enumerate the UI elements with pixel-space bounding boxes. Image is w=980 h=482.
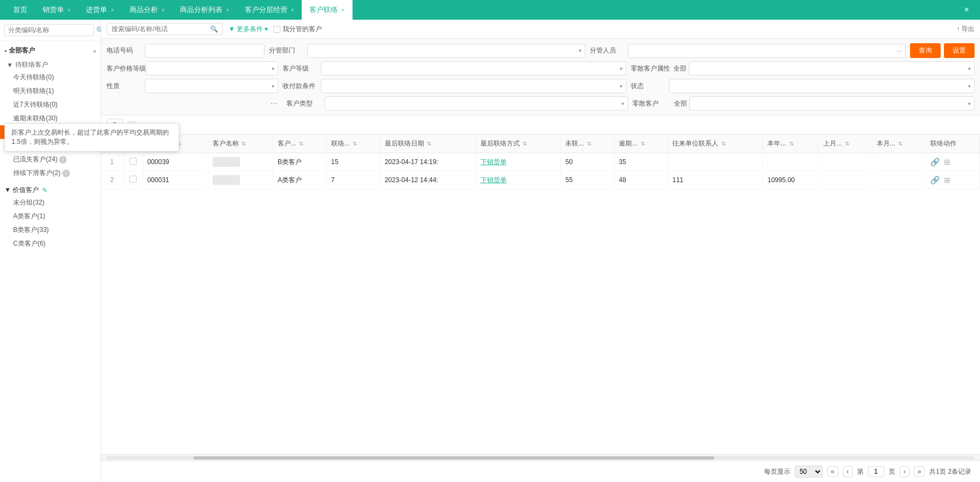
sidebar-search-input[interactable] <box>4 24 94 36</box>
col-header-name[interactable]: 客户名称 ⇅ <box>208 135 273 153</box>
export-button[interactable]: ↑ 导出 <box>956 25 975 34</box>
sidebar-all-customers[interactable]: ▪ 全部客户 « <box>0 43 101 58</box>
more-conditions-btn[interactable]: ▼ 更多条件 ▾ <box>228 25 268 34</box>
col-header-last-date[interactable]: 最后联络日期 ⇅ <box>380 135 476 153</box>
sidebar-section-value: ▼ 价值客户 ✎ <box>0 183 101 196</box>
close-sales-order-icon[interactable]: × <box>67 7 71 13</box>
search-box: 🔍 <box>107 23 223 35</box>
nav-sales-order[interactable]: 销货单 × <box>35 0 78 20</box>
table-row: 2 000031 A类客户 7 2023-04-12 14:44: 下销货单 5… <box>101 171 980 189</box>
info-icon-declining[interactable]: i <box>62 170 70 177</box>
search-input[interactable] <box>112 25 210 33</box>
first-page-button[interactable]: « <box>827 466 838 477</box>
sidebar-item-lost-customers[interactable]: 已流失客户(24) i <box>0 153 101 166</box>
scrollbar-track[interactable] <box>107 456 975 460</box>
nav-customer-tier[interactable]: 客户分层经营 × <box>237 0 302 20</box>
next-page-button[interactable]: › <box>900 466 909 477</box>
more-filter-btn[interactable]: ··· <box>270 98 277 108</box>
sidebar-section-pending[interactable]: ▼ 待联络客户 <box>0 58 101 71</box>
top-nav: 首页 销货单 × 进货单 × 商品分析 × 商品分析列表 × 客户分层经营 × … <box>0 0 980 20</box>
row2-num: 2 <box>101 171 123 189</box>
scatter-customer-select[interactable]: ▾ <box>689 96 975 111</box>
price-grade-select[interactable]: ▾ <box>146 61 278 76</box>
close-customer-contact-icon[interactable]: × <box>341 7 344 13</box>
page-label: 第 <box>857 467 864 477</box>
filter-row-2: 客户价格等级 ▾ 客户等级 ▾ 零散客户属性 全部 <box>107 61 975 76</box>
query-button[interactable]: 查询 <box>910 43 941 58</box>
page-number-input[interactable] <box>868 466 884 477</box>
sidebar-item-today-pending[interactable]: 今天待联络(0) <box>0 71 101 84</box>
collapse-icon[interactable]: « <box>93 48 96 54</box>
row2-action-grid-icon[interactable]: ⊞ <box>944 176 950 184</box>
close-purchase-order-icon[interactable]: × <box>110 7 114 13</box>
close-product-analysis-icon[interactable]: × <box>161 7 165 13</box>
scatter-attr-select[interactable]: ▾ <box>689 61 975 76</box>
main-layout: 🔍 ▪ 全部客户 « ▼ 待联络客户 今天待联络(0) 明天待联络(1) 近7天… <box>0 20 980 482</box>
data-table: 客户编码 ⇅ 客户名称 ⇅ 客户... ⇅ 联络... ⇅ 最后联络日期 ⇅ 最… <box>101 135 980 189</box>
scrollbar-thumb[interactable] <box>193 456 714 460</box>
sidebar-tree: ▪ 全部客户 « ▼ 待联络客户 今天待联络(0) 明天待联络(1) 近7天待联… <box>0 41 101 482</box>
sidebar-item-c-class[interactable]: C类客户(6) <box>0 237 101 251</box>
nav-purchase-order[interactable]: 进货单 × <box>78 0 121 20</box>
status-select[interactable]: ▾ <box>669 79 975 93</box>
expand-icon: ▪ <box>4 47 7 55</box>
pagination: 每页显示 50 20 100 « ‹ 第 页 › » 共1页 2条记录 <box>101 461 980 482</box>
row2-check[interactable] <box>123 171 143 189</box>
per-page-select[interactable]: 50 20 100 <box>795 466 823 478</box>
row2-action-link-icon[interactable]: 🔗 <box>930 176 940 184</box>
search-icon[interactable]: 🔍 <box>210 25 218 33</box>
dept-select[interactable]: ▾ <box>307 44 585 58</box>
close-product-analysis-list-icon[interactable]: × <box>226 7 229 13</box>
col-header-last-month[interactable]: 上月... ⇅ <box>819 135 872 153</box>
nav-home[interactable]: 首页 <box>5 0 35 20</box>
sort-not-linked-icon: ⇅ <box>587 141 591 147</box>
sidebar-item-ungroup[interactable]: 未分组(32) <box>0 196 101 210</box>
row1-action-grid-icon[interactable]: ⊞ <box>944 158 950 166</box>
payment-select[interactable]: ▾ <box>321 79 626 93</box>
col-header-type[interactable]: 客户... ⇅ <box>273 135 326 153</box>
horizontal-scrollbar[interactable] <box>101 454 980 461</box>
sidebar-item-a-class[interactable]: A类客户(1) <box>0 210 101 223</box>
setting-button[interactable]: 设置 <box>944 43 975 58</box>
my-customers-check[interactable] <box>273 26 280 33</box>
row1-actions: 🔗 ⊞ <box>926 153 980 171</box>
filter-icon: ▼ <box>228 25 235 33</box>
prev-page-button[interactable]: ‹ <box>843 466 853 477</box>
col-header-not-linked[interactable]: 未联... ⇅ <box>561 135 614 153</box>
row1-check[interactable] <box>123 153 143 171</box>
nav-product-analysis[interactable]: 商品分析 × <box>122 0 172 20</box>
sidebar-item-b-class[interactable]: B类客户(33) <box>0 223 101 237</box>
table-container[interactable]: 客户编码 ⇅ 客户名称 ⇅ 客户... ⇅ 联络... ⇅ 最后联络日期 ⇅ 最… <box>101 135 980 454</box>
window-close-button[interactable]: × <box>959 5 975 15</box>
phone-input[interactable] <box>145 44 265 58</box>
info-icon-lost[interactable]: i <box>59 156 67 164</box>
col-header-current-month[interactable]: 本月... ⇅ <box>872 135 926 153</box>
row1-method-link[interactable]: 下销货单 <box>480 158 507 166</box>
sidebar-item-declining[interactable]: 持续下滑客户(2) i <box>0 166 101 180</box>
sidebar-item-tomorrow-pending[interactable]: 明天待联络(1) <box>0 84 101 98</box>
customer-type-select[interactable]: ▾ <box>325 96 629 111</box>
close-customer-tier-icon[interactable]: × <box>291 7 294 13</box>
col-header-contact-count[interactable]: 联络... ⇅ <box>326 135 380 153</box>
row1-checkbox[interactable] <box>130 158 137 165</box>
row2-method-link[interactable]: 下销货单 <box>480 176 507 184</box>
sidebar-item-7days-pending[interactable]: 近7天待联络(0) <box>0 98 101 112</box>
nav-product-analysis-list[interactable]: 商品分析列表 × <box>172 0 237 20</box>
row2-checkbox[interactable] <box>130 176 137 183</box>
edit-value-customer-icon[interactable]: ✎ <box>42 187 48 194</box>
row1-action-link-icon[interactable]: 🔗 <box>930 158 940 166</box>
nav-customer-contact[interactable]: 客户联络 × <box>302 0 352 20</box>
customer-grade-select[interactable]: ▾ <box>321 61 626 76</box>
col-header-overdue[interactable]: 逾期... ⇅ <box>614 135 668 153</box>
my-customers-checkbox[interactable]: 我分管的客户 <box>273 25 322 34</box>
col-header-contacts[interactable]: 往来单位联系人 ⇅ <box>668 135 763 153</box>
col-header-last-method[interactable]: 最后联络方式 ⇅ <box>476 135 561 153</box>
filter-customer-type: 客户类型 ▾ <box>286 96 629 111</box>
customer-type-arrow: ▾ <box>621 101 624 107</box>
manager-select[interactable]: ··· <box>628 44 906 58</box>
filter-phone: 电话号码 <box>107 44 265 58</box>
row1-code: 000039 <box>143 153 208 171</box>
last-page-button[interactable]: » <box>914 466 925 477</box>
nature-select[interactable]: ▾ <box>145 79 278 93</box>
col-header-current-year[interactable]: 本年... ⇅ <box>763 135 819 153</box>
